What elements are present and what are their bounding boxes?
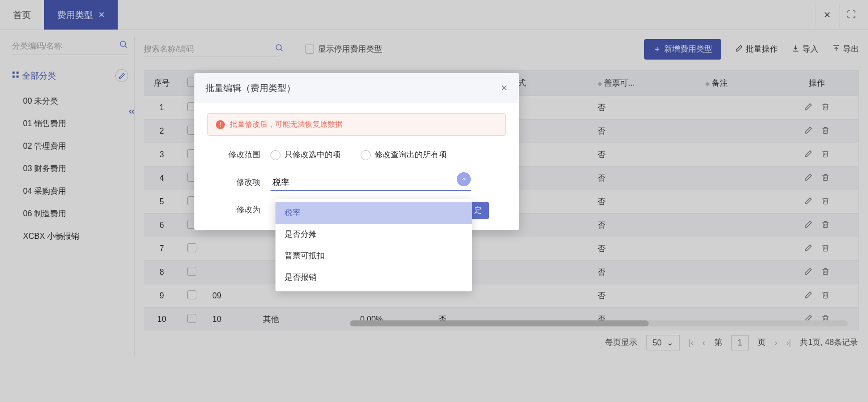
dropdown-option[interactable]: 税率 — [275, 202, 472, 224]
radio-icon — [270, 150, 280, 160]
warning-icon: ! — [216, 120, 225, 129]
field-select[interactable] — [270, 174, 471, 191]
dropdown-option[interactable]: 普票可抵扣 — [275, 245, 472, 267]
warning-alert: ! 批量修改后，可能无法恢复原数据 — [207, 113, 506, 136]
chevron-up-icon[interactable] — [457, 172, 471, 186]
change-to-label: 修改为 — [207, 205, 260, 215]
scope-selected-radio[interactable]: 只修改选中的项 — [270, 150, 341, 160]
radio-icon — [361, 150, 371, 160]
dropdown-option[interactable]: 是否分摊 — [275, 224, 472, 245]
modal-title: 批量编辑（费用类型） — [205, 82, 296, 94]
dropdown-option[interactable]: 是否报销 — [275, 267, 472, 288]
close-icon[interactable]: ✕ — [500, 83, 508, 94]
field-select-input[interactable] — [270, 174, 471, 191]
warning-text: 批量修改后，可能无法恢复原数据 — [230, 120, 343, 129]
field-label: 修改项 — [207, 177, 260, 188]
scope-all-radio[interactable]: 修改查询出的所有项 — [361, 150, 447, 160]
field-dropdown: 税率是否分摊普票可抵扣是否报销 — [275, 199, 472, 291]
scope-label: 修改范围 — [207, 150, 260, 160]
